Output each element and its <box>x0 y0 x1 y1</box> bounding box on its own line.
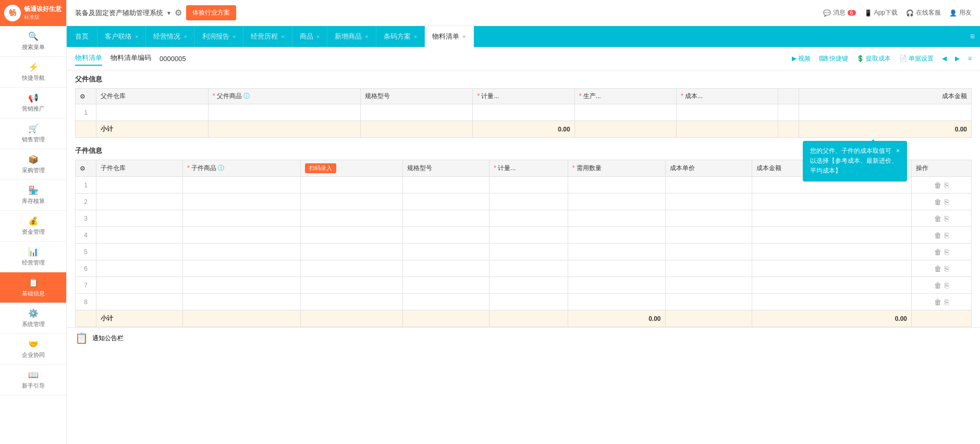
child-row-2-unit-price[interactable] <box>665 194 752 210</box>
parent-row-1-product[interactable] <box>209 104 361 121</box>
child-row-4-warehouse[interactable] <box>96 227 183 244</box>
user-item[interactable]: 👤 用友 <box>949 8 972 17</box>
sidebar-item-basic[interactable]: 📋 基础信息 <box>0 272 66 303</box>
child-row-2-product[interactable] <box>183 194 301 210</box>
child-row-2-unit[interactable] <box>489 194 568 210</box>
sidebar-item-inventory[interactable]: 🏪 库存核算 <box>0 180 66 211</box>
child-row-6-product[interactable] <box>183 260 301 277</box>
system-dropdown-icon[interactable]: ▾ <box>167 9 170 17</box>
nav-next-icon[interactable]: ▶ <box>955 55 960 62</box>
copy-icon-4[interactable]: ⎘ <box>945 231 949 239</box>
child-row-1-unit-price[interactable] <box>665 177 752 194</box>
tab-history[interactable]: 经营历程 × <box>243 26 292 47</box>
child-row-5-warehouse[interactable] <box>96 244 183 260</box>
child-row-6-unit[interactable] <box>489 260 568 277</box>
child-row-5-unit-price[interactable] <box>665 244 752 260</box>
tab-product-close[interactable]: × <box>316 33 320 40</box>
tab-customer[interactable]: 客户联络 × <box>97 26 146 47</box>
copy-icon-2[interactable]: ⎘ <box>945 198 949 206</box>
scan-button[interactable]: 扫码录入 <box>305 163 336 173</box>
child-row-8-spec[interactable] <box>403 294 489 310</box>
copy-icon-3[interactable]: ⎘ <box>945 214 949 223</box>
child-row-3-warehouse[interactable] <box>96 210 183 227</box>
child-row-8-warehouse[interactable] <box>96 294 183 310</box>
tab-bom-close[interactable]: × <box>462 33 466 40</box>
child-row-3-product[interactable] <box>183 210 301 227</box>
tab-profit[interactable]: 利润报告 × <box>195 26 243 47</box>
child-row-2-spec[interactable] <box>403 194 489 210</box>
parent-col-settings[interactable]: ⚙ <box>76 89 96 104</box>
child-row-6-spec[interactable] <box>403 260 489 277</box>
child-row-8-product[interactable] <box>183 294 301 310</box>
sidebar-item-system[interactable]: ⚙️ 系统管理 <box>0 303 66 334</box>
sidebar-item-sales[interactable]: 🛒 销售管理 <box>0 118 66 149</box>
trial-button[interactable]: 体验行业方案 <box>186 5 236 20</box>
child-row-5-spec[interactable] <box>403 244 489 260</box>
sub-tab-bom[interactable]: 物料清单 <box>75 51 102 66</box>
extract-cost-action[interactable]: 💲 提取成本 <box>856 54 891 63</box>
child-row-6-warehouse[interactable] <box>96 260 183 277</box>
tab-barcode[interactable]: 条码方案 × <box>376 26 425 47</box>
child-row-2-quantity[interactable] <box>568 194 665 210</box>
child-row-1-warehouse[interactable] <box>96 177 183 194</box>
tab-bom[interactable]: 物料清单 × <box>425 26 473 47</box>
child-row-3-spec[interactable] <box>403 210 489 227</box>
nav-prev-icon[interactable]: ◀ <box>942 55 947 62</box>
sidebar-item-collab[interactable]: 🤝 企业协同 <box>0 334 66 365</box>
grid-view-icon[interactable]: ≡ <box>968 55 972 62</box>
copy-icon-6[interactable]: ⎘ <box>945 265 949 273</box>
sidebar-item-search[interactable]: 🔍 搜索菜单 <box>0 26 66 57</box>
delete-icon-2[interactable]: 🗑 <box>934 198 941 206</box>
child-row-8-quantity[interactable] <box>568 294 665 310</box>
child-row-2-warehouse[interactable] <box>96 194 183 210</box>
parent-row-1-spec[interactable] <box>361 104 473 121</box>
parent-row-1-cost[interactable] <box>676 104 778 121</box>
child-row-6-unit-price[interactable] <box>665 260 752 277</box>
child-row-3-unit[interactable] <box>489 210 568 227</box>
doc-settings-action[interactable]: 📄 单据设置 <box>899 54 934 63</box>
child-row-3-unit-price[interactable] <box>665 210 752 227</box>
child-row-3-quantity[interactable] <box>568 210 665 227</box>
tab-home[interactable]: 首页 <box>67 26 97 47</box>
child-row-4-product[interactable] <box>183 227 301 244</box>
child-row-7-quantity[interactable] <box>568 277 665 294</box>
tab-barcode-close[interactable]: × <box>414 33 417 40</box>
close-all-tabs-button[interactable]: ≡ <box>965 32 980 41</box>
child-row-5-quantity[interactable] <box>568 244 665 260</box>
child-row-6-quantity[interactable] <box>568 260 665 277</box>
parent-row-1-production[interactable] <box>574 104 676 121</box>
child-row-1-product[interactable] <box>183 177 301 194</box>
tab-new-product[interactable]: 新增商品 × <box>327 26 376 47</box>
sidebar-item-finance[interactable]: 💰 资金管理 <box>0 211 66 242</box>
child-row-5-product[interactable] <box>183 244 301 260</box>
delete-icon-7[interactable]: 🗑 <box>934 281 941 290</box>
child-row-7-unit-price[interactable] <box>665 277 752 294</box>
child-row-4-spec[interactable] <box>403 227 489 244</box>
delete-icon-1[interactable]: 🗑 <box>934 181 941 189</box>
parent-row-1-unit[interactable] <box>473 104 574 121</box>
child-row-7-warehouse[interactable] <box>96 277 183 294</box>
shortcut-action[interactable]: ⌨ 快捷键 <box>819 54 848 63</box>
delete-icon-5[interactable]: 🗑 <box>934 248 941 256</box>
sidebar-item-operations[interactable]: 📊 经营管理 <box>0 242 66 272</box>
service-item[interactable]: 🎧 在线客服 <box>906 8 941 17</box>
child-row-7-spec[interactable] <box>403 277 489 294</box>
sidebar-item-guide[interactable]: 📖 新手引导 <box>0 365 66 395</box>
child-col-settings[interactable]: ⚙ <box>76 160 96 177</box>
delete-icon-8[interactable]: 🗑 <box>934 298 941 306</box>
child-row-7-product[interactable] <box>183 277 301 294</box>
message-item[interactable]: 💬 消息 6 <box>823 8 856 17</box>
app-download-item[interactable]: 📱 App下载 <box>864 8 898 17</box>
delete-icon-4[interactable]: 🗑 <box>934 231 941 239</box>
child-row-4-quantity[interactable] <box>568 227 665 244</box>
tab-operations[interactable]: 经营情况 × <box>146 26 194 47</box>
copy-icon-1[interactable]: ⎘ <box>945 181 949 189</box>
child-row-1-unit[interactable] <box>489 177 568 194</box>
sidebar-item-marketing[interactable]: 📢 营销推广 <box>0 88 66 118</box>
child-row-1-quantity[interactable] <box>568 177 665 194</box>
tab-history-close[interactable]: × <box>281 33 284 40</box>
video-action[interactable]: ▶ 视频 <box>792 54 811 63</box>
parent-row-1-warehouse[interactable] <box>96 104 209 121</box>
tab-profit-close[interactable]: × <box>232 33 236 40</box>
settings-icon[interactable]: ⚙ <box>175 8 182 18</box>
